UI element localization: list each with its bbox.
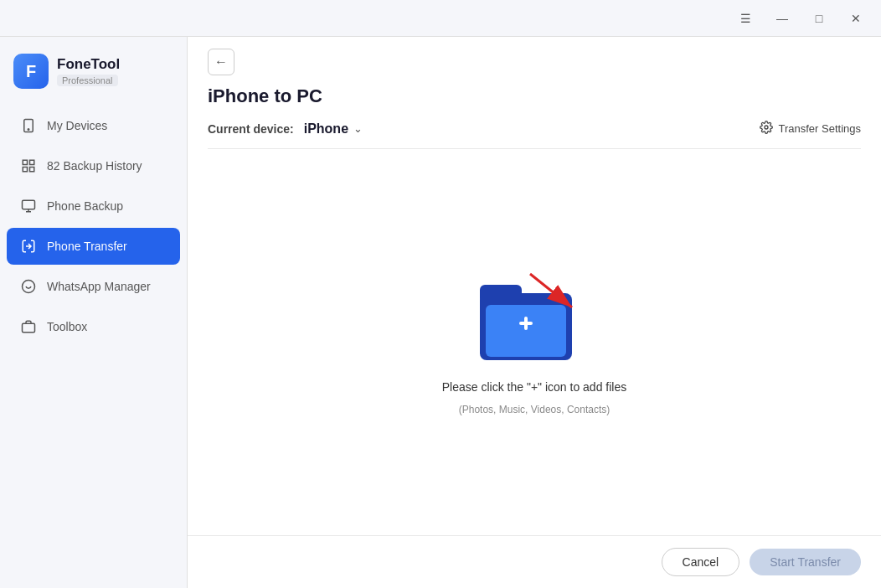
brand-tier: Professional xyxy=(57,75,118,86)
start-transfer-button[interactable]: Start Transfer xyxy=(750,549,861,575)
hamburger-button[interactable]: ☰ xyxy=(727,5,764,32)
transfer-settings-label: Transfer Settings xyxy=(778,122,861,135)
main-content: ← iPhone to PC Current device: iPhone ⌄ xyxy=(188,37,881,588)
sidebar-item-toolbox[interactable]: Toolbox xyxy=(7,308,180,345)
svg-line-16 xyxy=(530,274,572,307)
svg-point-9 xyxy=(765,126,768,129)
content-area: iPhone to PC Current device: iPhone ⌄ xyxy=(188,75,881,535)
device-row: Current device: iPhone ⌄ Transfer Settin… xyxy=(208,121,861,149)
arrow-icon xyxy=(526,270,593,320)
cancel-button[interactable]: Cancel xyxy=(662,548,740,576)
footer: Cancel Start Transfer xyxy=(188,535,881,588)
device-name: iPhone xyxy=(304,121,348,137)
backup-history-icon xyxy=(20,157,37,174)
device-icon xyxy=(20,117,37,134)
drop-zone[interactable]: Please click the "+" icon to add files (… xyxy=(208,149,861,535)
svg-rect-2 xyxy=(23,160,27,164)
device-label: Current device: xyxy=(208,122,294,136)
maximize-button[interactable]: □ xyxy=(801,5,837,32)
page-title: iPhone to PC xyxy=(208,85,861,107)
svg-rect-8 xyxy=(23,323,35,333)
brand-name: FoneTool xyxy=(57,56,120,73)
svg-point-7 xyxy=(23,281,35,293)
sidebar-item-phone-backup[interactable]: Phone Backup xyxy=(7,188,180,224)
device-left: Current device: iPhone ⌄ xyxy=(208,121,363,137)
svg-rect-3 xyxy=(30,160,34,164)
brand-text: FoneTool Professional xyxy=(57,56,120,86)
window-controls: ☰ — □ ✕ xyxy=(727,5,874,32)
sidebar-item-my-devices[interactable]: My Devices xyxy=(7,107,180,144)
sidebar-item-whatsapp-manager[interactable]: WhatsApp Manager xyxy=(7,268,180,305)
sidebar-item-phone-transfer[interactable]: Phone Transfer xyxy=(7,228,180,265)
phone-transfer-icon xyxy=(20,238,37,255)
svg-rect-5 xyxy=(30,168,34,172)
back-button[interactable]: ← xyxy=(208,49,234,75)
drop-subhint: (Photos, Music, Videos, Contacts) xyxy=(459,404,611,415)
sidebar-item-label: Toolbox xyxy=(47,320,87,333)
sidebar: F FoneTool Professional My Devices xyxy=(0,37,188,588)
minimize-button[interactable]: — xyxy=(764,5,801,32)
drop-hint: Please click the "+" icon to add files xyxy=(442,380,626,394)
sidebar-item-label: Phone Transfer xyxy=(47,240,127,253)
sidebar-item-label: Phone Backup xyxy=(47,199,123,213)
brand-logo: F xyxy=(13,54,49,89)
title-bar: ☰ — □ ✕ xyxy=(0,0,881,37)
add-files-icon[interactable] xyxy=(476,270,593,370)
svg-rect-6 xyxy=(23,200,35,209)
transfer-settings-button[interactable]: Transfer Settings xyxy=(760,121,861,137)
sidebar-item-label: WhatsApp Manager xyxy=(47,280,151,293)
main-header: ← xyxy=(188,37,881,75)
whatsapp-icon xyxy=(20,278,37,295)
phone-backup-icon xyxy=(20,198,37,214)
sidebar-item-label: My Devices xyxy=(47,119,107,132)
app-body: F FoneTool Professional My Devices xyxy=(0,37,881,588)
svg-rect-4 xyxy=(23,168,27,172)
gear-icon xyxy=(760,121,773,137)
sidebar-item-label: 82 Backup History xyxy=(47,159,142,173)
sidebar-item-backup-history[interactable]: 82 Backup History xyxy=(7,147,180,184)
svg-rect-11 xyxy=(480,285,522,303)
close-button[interactable]: ✕ xyxy=(837,5,874,32)
chevron-down-icon: ⌄ xyxy=(353,122,363,135)
toolbox-icon xyxy=(20,318,37,335)
device-selector[interactable]: iPhone ⌄ xyxy=(304,121,363,137)
brand: F FoneTool Professional xyxy=(0,47,187,106)
svg-point-1 xyxy=(28,129,29,131)
